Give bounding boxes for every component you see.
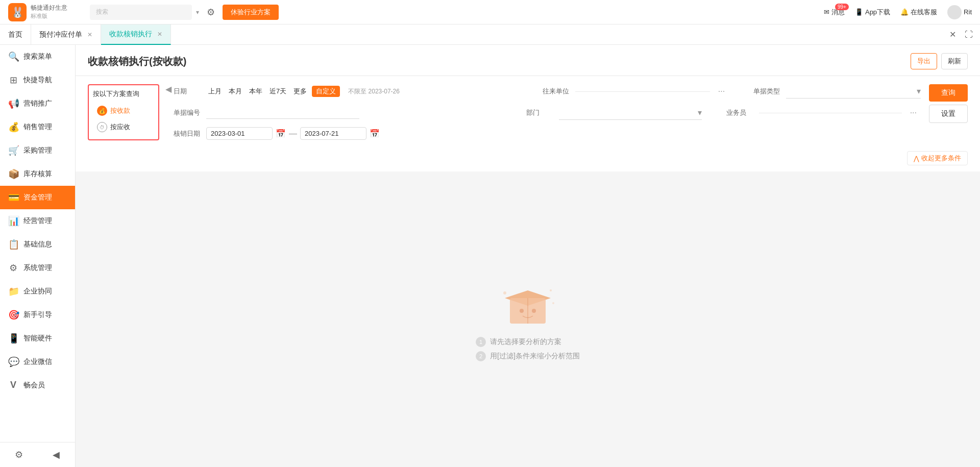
tab-home[interactable]: 首页 <box>0 24 31 45</box>
filter-top-row: 按以下方案查询 💰 按收款 ⏱ 按应收 ◀ <box>88 84 968 147</box>
step1-circle: 1 <box>476 337 486 347</box>
filter-settings-btn[interactable]: 设置 <box>929 105 968 123</box>
by-collection-label: 按收款 <box>110 106 130 115</box>
salesperson-label: 业务员 <box>726 108 755 117</box>
sidebar-settings-btn[interactable]: ⚙ <box>11 447 27 463</box>
step2-circle: 2 <box>476 351 486 361</box>
sidebar-item-label: 经营管理 <box>23 216 52 226</box>
tab-advance-close[interactable]: ✕ <box>87 31 92 38</box>
sidebar-item-label: 搜索菜单 <box>23 52 52 61</box>
dept-select[interactable]: ▾ <box>559 106 702 120</box>
brand-version: 标准版 <box>31 12 67 20</box>
header-search-bar[interactable]: 搜索 <box>90 5 192 20</box>
sidebar-item-operations[interactable]: 📊 经营管理 <box>0 209 75 233</box>
verify-date-start[interactable]: 2023-03-01 <box>206 127 273 140</box>
sidebar-item-enterprise[interactable]: 📁 企业协同 <box>0 280 75 303</box>
verify-date-end-calendar[interactable]: 📅 <box>370 129 380 138</box>
query-type-by-receivable[interactable]: ⏱ 按应收 <box>93 119 154 135</box>
online-service-btn[interactable]: 🔔 在线客服 <box>900 8 937 17</box>
svg-point-6 <box>550 289 552 291</box>
empty-text: 1 请先选择要分析的方案 2 用[过滤]条件来缩小分析范围 <box>476 337 580 361</box>
sidebar-item-label: 资金管理 <box>23 193 52 202</box>
svg-point-7 <box>552 302 554 304</box>
quick-nav-icon: ⊞ <box>8 75 18 86</box>
sidebar-item-basic-info[interactable]: 📋 基础信息 <box>0 233 75 256</box>
app-download-btn[interactable]: 📱 App下载 <box>855 8 890 17</box>
shortcut-this-year[interactable]: 本年 <box>247 86 264 97</box>
shortcut-custom[interactable]: 自定义 <box>312 86 340 97</box>
sidebar-item-system[interactable]: ⚙ 系统管理 <box>0 256 75 280</box>
industry-btn[interactable]: 休验行业方案 <box>223 5 279 20</box>
salesperson-ellipsis[interactable]: ··· <box>906 108 921 117</box>
header-dropdown-arrow[interactable]: ▾ <box>196 9 199 16</box>
query-type-by-collection[interactable]: 💰 按收款 <box>93 103 154 119</box>
verify-date-end[interactable]: 2023-07-21 <box>300 127 366 140</box>
tab-collection-close[interactable]: ✕ <box>157 31 162 38</box>
by-collection-icon: 💰 <box>97 106 107 116</box>
sidebar-item-hardware[interactable]: 📱 智能硬件 <box>0 327 75 350</box>
shortcut-this-month[interactable]: 本月 <box>227 86 244 97</box>
tab-expand-btn[interactable]: ⛶ <box>962 28 976 42</box>
sidebar-item-inventory[interactable]: 📦 库存核算 <box>0 162 75 186</box>
partner-ellipsis[interactable]: ··· <box>714 87 729 96</box>
enterprise-icon: 📁 <box>8 286 18 297</box>
svg-point-3 <box>520 309 524 313</box>
dept-label: 部门 <box>526 108 555 117</box>
tab-collection[interactable]: 收款核销执行 ✕ <box>101 24 171 45</box>
partner-input[interactable] <box>575 91 710 92</box>
collapse-more-btn[interactable]: ⋀ 收起更多条件 <box>907 151 968 165</box>
filter-wrapper: 按以下方案查询 💰 按收款 ⏱ 按应收 ◀ <box>76 76 980 171</box>
marketing-icon: 📢 <box>8 98 18 109</box>
sidebar-item-purchase[interactable]: 🛒 采购管理 <box>0 139 75 162</box>
tab-close-all-btn[interactable]: ✕ <box>945 28 960 42</box>
svg-point-5 <box>503 291 506 294</box>
verify-date-label: 核销日期 <box>174 129 202 138</box>
shortcut-upper-month[interactable]: 上月 <box>206 86 224 97</box>
by-receivable-label: 按应收 <box>110 122 130 132</box>
more-conditions-area: ⋀ 收起更多条件 <box>88 151 968 165</box>
sidebar-item-guide[interactable]: 🎯 新手引导 <box>0 303 75 327</box>
app-download-label: App下载 <box>865 8 890 17</box>
shortcut-more[interactable]: 更多 <box>291 86 309 97</box>
sidebar-item-label: 营销推广 <box>23 99 52 108</box>
tab-bar: 首页 预付冲应付单 ✕ 收款核销执行 ✕ ✕ ⛶ <box>0 24 980 45</box>
doc-type-select[interactable]: ▾ <box>786 84 921 99</box>
doc-type-label: 单据类型 <box>753 87 782 96</box>
collapse-label: 收起更多条件 <box>921 154 961 163</box>
partner-label: 往来单位 <box>543 87 571 96</box>
sidebar-item-label: 基础信息 <box>23 240 52 249</box>
settings-gear-icon[interactable]: ⚙ <box>203 5 218 20</box>
empty-step2: 2 用[过滤]条件来缩小分析范围 <box>476 351 580 361</box>
verify-date-range: 2023-03-01 📅 — 2023-07-21 📅 <box>206 127 380 140</box>
sidebar-item-wechat[interactable]: 💬 企业微信 <box>0 350 75 374</box>
header-center: 搜索 ▾ ⚙ 休验行业方案 <box>90 5 818 20</box>
tab-advance-label: 预付冲应付单 <box>39 30 82 39</box>
sidebar-collapse-btn[interactable]: ◀ <box>48 447 64 463</box>
main-layout: 🔍 搜索菜单 ⊞ 快捷导航 📢 营销推广 💰 销售管理 🛒 采购管理 📦 库存核… <box>0 45 980 467</box>
doc-no-input[interactable] <box>206 107 359 119</box>
sidebar-item-marketing[interactable]: 📢 营销推广 <box>0 92 75 115</box>
header-right: ✉ 消息 99+ 📱 App下载 🔔 在线客服 Rit <box>824 5 972 19</box>
search-placeholder-text: 搜索 <box>96 8 108 16</box>
sidebar-item-member[interactable]: V 畅会员 <box>0 374 75 397</box>
salesperson-input[interactable] <box>759 113 902 113</box>
sidebar-item-search-menu[interactable]: 🔍 搜索菜单 <box>0 45 75 68</box>
collapse-arrow-btn[interactable]: ◀ <box>165 84 172 94</box>
sidebar-item-finance[interactable]: 💳 资金管理 <box>0 186 75 209</box>
sidebar-item-sales[interactable]: 💰 销售管理 <box>0 115 75 139</box>
verify-date-start-calendar[interactable]: 📅 <box>276 129 286 138</box>
sidebar-item-label: 畅会员 <box>23 381 45 390</box>
message-icon: ✉ <box>824 8 829 16</box>
refresh-btn[interactable]: 刷新 <box>941 53 968 69</box>
shortcut-7days[interactable]: 近7天 <box>267 86 288 97</box>
date-filter-label: 日期 <box>174 87 202 96</box>
dept-chevron: ▾ <box>698 108 702 117</box>
tab-advance[interactable]: 预付冲应付单 ✕ <box>31 24 101 45</box>
sidebar-item-label: 智能硬件 <box>23 334 52 343</box>
message-btn[interactable]: ✉ 消息 99+ <box>824 8 845 17</box>
export-btn[interactable]: 导出 <box>911 53 937 69</box>
query-btn[interactable]: 查询 <box>929 84 968 102</box>
sidebar-bottom: ⚙ ◀ <box>0 442 75 467</box>
user-avatar-area[interactable]: Rit <box>947 5 972 19</box>
sidebar-item-quick-nav[interactable]: ⊞ 快捷导航 <box>0 68 75 92</box>
